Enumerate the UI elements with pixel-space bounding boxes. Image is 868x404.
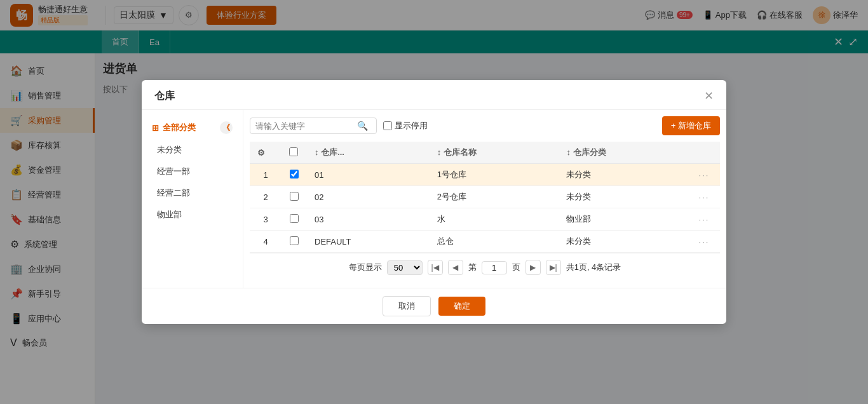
search-input[interactable] [255, 121, 357, 131]
row-more[interactable]: ··· [688, 208, 720, 231]
confirm-button[interactable]: 确定 [438, 297, 485, 316]
row-checkbox[interactable] [290, 192, 299, 201]
sort-icon-cat: ↕ [566, 147, 571, 157]
table-area: 🔍 显示停用 + 新增仓库 ⚙ [243, 110, 726, 288]
row-checkbox[interactable] [290, 170, 299, 178]
pagination: 每页显示 50 20 100 |◀ ◀ 第 1 页 ▶ ▶| 共1页, 4条记录 [250, 253, 720, 281]
row-more[interactable]: ··· [688, 186, 720, 208]
category-sidebar: ⊞ 全部分类 《 未分类 经营一部 经营二部 物业部 [142, 110, 243, 288]
next-page-button[interactable]: ▶ [526, 260, 541, 275]
th-more [688, 142, 720, 164]
search-box: 🔍 [250, 118, 377, 134]
page-label-pre: 第 [468, 262, 477, 273]
row-code: 02 [307, 186, 430, 208]
grid-icon: ⊞ [152, 123, 159, 133]
row-num: 4 [250, 231, 281, 253]
sort-icon: ↕ [315, 147, 319, 157]
row-checkbox-cell[interactable] [281, 208, 307, 231]
row-name: 总仓 [430, 231, 559, 253]
row-checkbox-cell[interactable] [281, 164, 307, 186]
page-label: 页 [512, 262, 520, 273]
all-categories-item[interactable]: ⊞ 全部分类 《 [142, 116, 243, 139]
row-code: 03 [307, 208, 430, 231]
row-num: 3 [250, 208, 281, 231]
search-icon: 🔍 [357, 121, 368, 131]
th-code: ↕ 仓库... [307, 142, 430, 164]
th-check [281, 142, 307, 164]
modal-close-button[interactable]: ✕ [704, 89, 714, 103]
total-label: 共1页, 4条记录 [566, 262, 621, 273]
modal-body: ⊞ 全部分类 《 未分类 经营一部 经营二部 物业部 🔍 [142, 110, 726, 288]
table-header-row: ⚙ ↕ 仓库... ↕ 仓库名称 [250, 142, 720, 164]
row-more[interactable]: ··· [688, 231, 720, 253]
row-more[interactable]: ··· [688, 164, 720, 186]
th-category: ↕ 仓库分类 [559, 142, 688, 164]
per-page-label: 每页显示 [349, 262, 382, 273]
sort-icon-name: ↕ [437, 147, 442, 157]
category-item-dept2[interactable]: 经营二部 [142, 182, 243, 204]
row-checkbox[interactable] [290, 214, 299, 223]
category-item-property[interactable]: 物业部 [142, 204, 243, 226]
modal-footer: 取消 确定 [142, 288, 726, 324]
category-item-unclassified[interactable]: 未分类 [142, 139, 243, 161]
row-name: 2号仓库 [430, 186, 559, 208]
th-name: ↕ 仓库名称 [430, 142, 559, 164]
th-gear: ⚙ [250, 142, 281, 164]
row-category: 未分类 [559, 164, 688, 186]
first-page-button[interactable]: |◀ [428, 260, 443, 275]
last-page-button[interactable]: ▶| [546, 260, 561, 275]
row-checkbox[interactable] [290, 236, 299, 245]
warehouse-modal: 仓库 ✕ ⊞ 全部分类 《 未分类 经营一部 经营二部 物业部 [142, 80, 726, 324]
row-checkbox-cell[interactable] [281, 186, 307, 208]
row-num: 2 [250, 186, 281, 208]
per-page-select[interactable]: 50 20 100 [387, 260, 423, 275]
add-warehouse-button[interactable]: + 新增仓库 [662, 116, 720, 135]
settings-icon: ⚙ [257, 148, 265, 158]
table-row[interactable]: 3 03 水 物业部 ··· [250, 208, 720, 231]
row-checkbox-cell[interactable] [281, 231, 307, 253]
all-categories-label: 全部分类 [163, 122, 196, 133]
row-code: DEFAULT [307, 231, 430, 253]
row-category: 未分类 [559, 186, 688, 208]
row-name: 水 [430, 208, 559, 231]
warehouse-table: ⚙ ↕ 仓库... ↕ 仓库名称 [250, 142, 720, 253]
row-num: 1 [250, 164, 281, 186]
table-toolbar: 🔍 显示停用 + 新增仓库 [250, 116, 720, 135]
table-row[interactable]: 1 01 1号仓库 未分类 ··· [250, 164, 720, 186]
page-number-input[interactable]: 1 [482, 261, 507, 274]
category-item-dept1[interactable]: 经营一部 [142, 161, 243, 182]
table-row[interactable]: 4 DEFAULT 总仓 未分类 ··· [250, 231, 720, 253]
row-name: 1号仓库 [430, 164, 559, 186]
row-category: 未分类 [559, 231, 688, 253]
show-disabled-label[interactable]: 显示停用 [383, 120, 428, 131]
cancel-button[interactable]: 取消 [383, 296, 431, 316]
select-all-checkbox[interactable] [289, 147, 298, 156]
row-code: 01 [307, 164, 430, 186]
modal-title: 仓库 [154, 90, 175, 103]
prev-page-button[interactable]: ◀ [448, 260, 463, 275]
collapse-button[interactable]: 《 [220, 121, 233, 134]
table-row[interactable]: 2 02 2号仓库 未分类 ··· [250, 186, 720, 208]
modal-header: 仓库 ✕ [142, 80, 726, 110]
row-category: 物业部 [559, 208, 688, 231]
show-disabled-checkbox[interactable] [383, 121, 392, 130]
